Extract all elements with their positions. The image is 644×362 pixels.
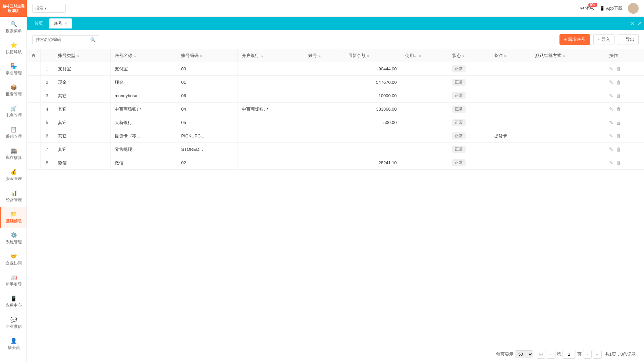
sidebar-item-wechat[interactable]: 💬企业微信	[0, 312, 26, 334]
cell-default-payment-5	[531, 129, 605, 143]
edit-icon-3[interactable]: ✎	[609, 106, 613, 112]
cell-code-3: 04	[177, 103, 237, 116]
cell-usage-2	[401, 89, 448, 103]
th-bank[interactable]: 开户银行⇅	[237, 49, 304, 62]
tab-label-home: 首页	[34, 20, 43, 26]
add-account-button[interactable]: + 新增账号	[559, 34, 590, 45]
cell-num-4: 5	[40, 116, 54, 129]
page-suffix: 页	[577, 351, 582, 357]
search-dropdown[interactable]: 搜索 ▾	[32, 4, 66, 13]
cell-code-4: 05	[177, 116, 237, 129]
edit-icon-7[interactable]: ✎	[609, 160, 613, 166]
cell-num-5: 6	[40, 129, 54, 143]
sidebar-item-member[interactable]: 👤畅会员	[0, 334, 26, 355]
edit-icon-1[interactable]: ✎	[609, 79, 613, 85]
export-icon: ↓	[622, 37, 625, 42]
cell-action-2: ✎ 🗑	[605, 89, 644, 103]
avatar[interactable]	[628, 3, 639, 14]
delete-icon-4[interactable]: 🗑	[616, 120, 621, 125]
sidebar-item-system[interactable]: ⚙️系统管理	[0, 228, 26, 249]
th-remark[interactable]: 备注⇅	[490, 49, 531, 62]
cell-usage-3	[401, 103, 448, 116]
prev-page-button[interactable]: ‹	[547, 350, 555, 359]
th-status[interactable]: 状态⇅	[448, 49, 490, 62]
th-balance[interactable]: 最新余额⇅	[344, 49, 401, 62]
toolbar-right: + 新增账号 ↑ 导入 ↓ 导出	[559, 34, 639, 45]
cell-num-1: 2	[40, 76, 54, 89]
search-icon[interactable]: 🔍	[90, 37, 96, 42]
table-header-row: ⚙ 账号类型⇅ 账号名称⇅ 账号编码⇅ 开户银行⇅ 账号⇅ 最新余额⇅ 使用..…	[27, 49, 644, 62]
cell-remark-7	[490, 156, 531, 170]
delete-icon-7[interactable]: 🗑	[616, 160, 621, 166]
th-type[interactable]: 账号类型⇅	[54, 49, 110, 62]
cell-bank-6	[237, 143, 304, 156]
sidebar-item-purchase[interactable]: 📋采购管理	[0, 122, 26, 143]
edit-icon-4[interactable]: ✎	[609, 120, 613, 126]
close-all-icon[interactable]: ✕	[630, 20, 634, 27]
expand-icon[interactable]: ⤢	[637, 20, 641, 27]
th-account[interactable]: 账号⇅	[304, 49, 344, 62]
delete-icon-5[interactable]: 🗑	[616, 133, 621, 139]
cell-account-3	[304, 103, 344, 116]
page-input[interactable]	[562, 350, 576, 359]
th-gear[interactable]: ⚙	[27, 49, 40, 62]
edit-icon-2[interactable]: ✎	[609, 93, 613, 99]
search-dropdown-text: 搜索	[35, 5, 43, 11]
delete-icon-0[interactable]: 🗑	[616, 66, 621, 72]
import-button[interactable]: ↑ 导入	[593, 34, 614, 45]
sidebar-item-app-center[interactable]: 📱应用中心	[0, 291, 26, 312]
tab-account[interactable]: 账号✕	[49, 18, 72, 28]
sidebar-item-retail[interactable]: 🏪零售管理	[0, 59, 26, 80]
export-button[interactable]: ↓ 导出	[618, 34, 639, 45]
cell-usage-6	[401, 143, 448, 156]
cell-account-1	[304, 76, 344, 89]
cell-usage-1	[401, 76, 448, 89]
first-page-button[interactable]: ⏮	[537, 350, 545, 359]
cell-bank-7	[237, 156, 304, 170]
sidebar-item-ecommerce[interactable]: 🛒电商管理	[0, 101, 26, 122]
cell-default-payment-1	[531, 76, 605, 89]
sidebar-item-basic-info[interactable]: 📁基础信息	[0, 207, 26, 228]
edit-icon-5[interactable]: ✎	[609, 133, 613, 139]
cell-bank-2	[237, 89, 304, 103]
main-content: 搜索 ▾ ✉ 消息 99+ 📱 App下载 首页账号✕ ✕ ⤢	[27, 0, 644, 362]
per-page-select[interactable]: 50 100 200	[515, 350, 533, 358]
notification-area[interactable]: ✉ 消息 99+	[580, 5, 594, 11]
sidebar-item-finance[interactable]: 💰资金管理	[0, 165, 26, 186]
next-page-button[interactable]: ›	[583, 350, 592, 359]
delete-icon-6[interactable]: 🗑	[616, 146, 621, 152]
search-box[interactable]: 🔍	[32, 35, 99, 44]
cell-status-1: 正常	[448, 76, 490, 89]
delete-icon-3[interactable]: 🗑	[616, 106, 621, 112]
th-code[interactable]: 账号编码⇅	[177, 49, 237, 62]
th-usage[interactable]: 使用...⇅	[401, 49, 448, 62]
ecommerce-icon: 🛒	[10, 105, 17, 112]
cell-remark-4	[490, 116, 531, 129]
search-input[interactable]	[36, 37, 88, 42]
last-page-button[interactable]: ⏭	[593, 350, 602, 359]
tab-home[interactable]: 首页	[30, 18, 48, 28]
tab-close-account[interactable]: ✕	[64, 21, 67, 26]
delete-icon-2[interactable]: 🗑	[616, 93, 621, 99]
cell-remark-0	[490, 62, 531, 76]
table-wrapper: ⚙ 账号类型⇅ 账号名称⇅ 账号编码⇅ 开户银行⇅ 账号⇅ 最新余额⇅ 使用..…	[27, 49, 644, 346]
sidebar-item-operation[interactable]: 📊经营管理	[0, 186, 26, 207]
th-default-payment[interactable]: 默认结算方式⇅	[531, 49, 605, 62]
cell-usage-0	[401, 62, 448, 76]
sidebar-item-inventory[interactable]: 🏬库存核算	[0, 143, 26, 165]
edit-icon-6[interactable]: ✎	[609, 146, 613, 153]
message-icon: ✉	[580, 6, 584, 11]
edit-icon-0[interactable]: ✎	[609, 66, 613, 72]
th-name[interactable]: 账号名称⇅	[110, 49, 177, 62]
app-download[interactable]: 📱 App下载	[599, 5, 623, 11]
sidebar-item-enterprise[interactable]: 🤝企业协同	[0, 249, 26, 270]
cell-name-6: 零售抵现	[110, 143, 177, 156]
sidebar-item-quick-nav[interactable]: ⭐快捷导航	[0, 38, 26, 59]
wechat-icon: 💬	[10, 316, 17, 323]
sidebar-item-wholesale[interactable]: 📦批发管理	[0, 80, 26, 101]
delete-icon-1[interactable]: 🗑	[616, 79, 621, 85]
cell-select-2	[27, 89, 40, 103]
table-row: 1 支付宝 支付宝 03 -90444.00 正常 ✎ 🗑	[27, 62, 644, 76]
sidebar-item-guide[interactable]: 📖新手引导	[0, 270, 26, 291]
sidebar-item-search-menu[interactable]: 🔍搜索菜单	[0, 17, 26, 38]
